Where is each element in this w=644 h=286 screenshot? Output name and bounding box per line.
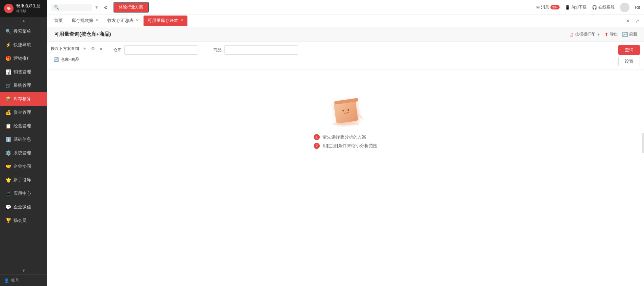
- topbar-search-dropdown[interactable]: ▼: [95, 5, 99, 10]
- filter-row: 仓库 ··· 商品 ···: [113, 45, 609, 55]
- sidebar-item-operations[interactable]: 📋 经营管理: [0, 119, 47, 133]
- app-download-button[interactable]: 📱 App下载: [565, 4, 587, 10]
- app-download-label: App下载: [571, 4, 587, 10]
- filter-fields-panel: 仓库 ··· 商品 ···: [108, 42, 614, 70]
- sidebar-item-finance[interactable]: 💰 资金管理: [0, 106, 47, 119]
- sidebar-scroll-down[interactable]: ▼: [0, 267, 47, 275]
- page-header-actions: 🖨 按模板打印 ▼ ⬆ 导出 🔄 刷新: [569, 31, 637, 37]
- topbar-gear-button[interactable]: ⚙: [101, 3, 111, 12]
- scheme-item-label: 仓库+商品: [61, 57, 79, 62]
- message-badge: 99+: [550, 5, 560, 9]
- tab-available-close[interactable]: ✕: [180, 18, 183, 23]
- chart-icon: 📊: [5, 69, 11, 75]
- tab-available[interactable]: 可用量库存账本 ✕: [144, 16, 187, 26]
- product-input[interactable]: [224, 45, 298, 55]
- user-icon: 👤: [4, 278, 9, 283]
- sidebar-scroll-up[interactable]: ▲: [0, 17, 47, 25]
- sidebar-item-label: 快捷导航: [14, 42, 31, 48]
- headset-icon: 🎧: [592, 5, 597, 10]
- tab-batch[interactable]: 库存批次账 ✕: [68, 16, 103, 26]
- scheme-item-warehouse-product[interactable]: 🔄 仓库+商品: [51, 55, 104, 64]
- star-icon: 🌟: [5, 177, 11, 183]
- sidebar-item-shortcut[interactable]: ⚡ 快捷导航: [0, 38, 47, 52]
- sidebar-bottom-label: 账号: [11, 278, 19, 283]
- print-button[interactable]: 🖨 按模板打印 ▼: [569, 31, 600, 37]
- topbar-search-box[interactable]: 🔍: [51, 4, 92, 11]
- money-icon: 💰: [5, 110, 11, 115]
- sidebar-item-basic[interactable]: ℹ️ 基础信息: [0, 133, 47, 146]
- export-button[interactable]: ⬆ 导出: [604, 31, 618, 37]
- product-field: 商品 ···: [213, 45, 308, 55]
- message-button[interactable]: ✉ 消息 99+: [536, 4, 560, 10]
- sidebar-item-wechat[interactable]: 💬 企业微信: [0, 200, 47, 214]
- warehouse-input[interactable]: [124, 45, 198, 55]
- sidebar-item-member[interactable]: 🏆 畅会员: [0, 214, 47, 227]
- tab-batch-close[interactable]: ✕: [96, 18, 99, 23]
- sidebar-item-enterprise[interactable]: 🤝 企业协同: [0, 160, 47, 173]
- scheme-item-icon: 🔄: [53, 57, 59, 62]
- print-dropdown-icon[interactable]: ▼: [597, 32, 600, 36]
- sidebar-bottom[interactable]: 👤 账号: [0, 275, 47, 286]
- tab-fullscreen-button[interactable]: ⤢: [633, 17, 641, 25]
- sidebar-item-system[interactable]: ⚙️ 系统管理: [0, 146, 47, 160]
- search-icon: 🔍: [5, 29, 11, 34]
- topbar-search-input[interactable]: [60, 5, 87, 10]
- gear-icon: ⚙️: [5, 150, 11, 156]
- sidebar-item-label: 新手引导: [14, 177, 31, 183]
- sidebar-item-marketing[interactable]: 🎁 营销推广: [0, 52, 47, 65]
- page: 可用量查询(按仓库+商品) 🖨 按模板打印 ▼ ⬆ 导出 🔄 刷新: [47, 27, 644, 286]
- hint-num-1: 1: [314, 134, 320, 140]
- sidebar-item-label: 营销推广: [14, 55, 31, 61]
- filter-schemes-header: 按以下方案查询 ＋ ⚙ «: [51, 45, 104, 52]
- empty-hint-2: 2 用[过滤]条件来缩小分析范围: [314, 143, 378, 149]
- filter-area: 按以下方案查询 ＋ ⚙ « 🔄 仓库+商品: [47, 42, 644, 70]
- sidebar-item-label: 系统管理: [14, 150, 31, 156]
- user-avatar[interactable]: [620, 3, 629, 12]
- message-label: 消息: [541, 4, 549, 10]
- warehouse-label: 仓库: [113, 47, 122, 53]
- collapse-scheme-button[interactable]: «: [98, 45, 104, 52]
- tab-close-all-button[interactable]: ✕: [624, 17, 632, 25]
- query-button[interactable]: 查询: [618, 45, 640, 55]
- content-area: 可用量查询(按仓库+商品) 🖨 按模板打印 ▼ ⬆ 导出 🔄 刷新: [47, 27, 644, 286]
- tab-summary[interactable]: 收发存汇总表 ✕: [103, 16, 143, 26]
- hint-text-2: 用[过滤]条件来缩小分析范围: [323, 143, 378, 149]
- tab-home[interactable]: 首页: [50, 16, 67, 26]
- warehouse-more-button[interactable]: ···: [201, 47, 208, 53]
- add-scheme-button[interactable]: ＋: [81, 45, 88, 52]
- filter-schemes-panel: 按以下方案查询 ＋ ⚙ « 🔄 仓库+商品: [47, 42, 108, 70]
- tab-summary-close[interactable]: ✕: [136, 18, 139, 23]
- empty-state: 1 请先选择要分析的方案 2 用[过滤]条件来缩小分析范围: [47, 70, 644, 169]
- refresh-button[interactable]: 🔄 刷新: [622, 31, 637, 37]
- export-label: 导出: [610, 31, 618, 37]
- sidebar-item-sales[interactable]: 📊 销售管理: [0, 65, 47, 79]
- scheme-actions: ＋ ⚙ «: [81, 45, 104, 52]
- sidebar: 畅 畅康通好生意 标准版 ▲ 🔍 搜索菜单 ⚡ 快捷导航 🎁 营销推广 📊 销售…: [0, 0, 47, 286]
- settings-scheme-button[interactable]: ⚙: [89, 45, 96, 52]
- right-scrollbar: [642, 133, 644, 153]
- refresh-label: 刷新: [629, 31, 637, 37]
- online-service-button[interactable]: 🎧 在线客服: [592, 4, 615, 10]
- product-label: 商品: [213, 47, 222, 53]
- sidebar-logo: 畅: [4, 4, 14, 13]
- tab-panel-actions: ✕ ⤢: [624, 17, 641, 25]
- sidebar-item-inventory[interactable]: 📦 库存核算: [0, 92, 47, 106]
- topbar-actions: ✉ 消息 99+ 📱 App下载 🎧 在线客服 Rit: [536, 3, 640, 12]
- tab-home-label: 首页: [54, 18, 63, 24]
- empty-hints: 1 请先选择要分析的方案 2 用[过滤]条件来缩小分析范围: [314, 134, 378, 149]
- sidebar-item-apps[interactable]: 📱 应用中心: [0, 187, 47, 200]
- hint-num-2: 2: [314, 143, 320, 149]
- trial-button[interactable]: 体验行业方案: [113, 2, 149, 12]
- sidebar-item-newbie[interactable]: 🌟 新手引导: [0, 173, 47, 187]
- sidebar-item-search[interactable]: 🔍 搜索菜单: [0, 25, 47, 38]
- right-eye: [347, 109, 349, 111]
- settings-button[interactable]: 设置: [618, 57, 640, 66]
- print-label: 按模板打印: [575, 31, 595, 37]
- info-icon: ℹ️: [5, 137, 11, 142]
- product-more-button[interactable]: ···: [301, 47, 308, 53]
- tab-summary-label: 收发存汇总表: [107, 18, 134, 24]
- page-title: 可用量查询(按仓库+商品): [54, 31, 111, 37]
- sidebar-item-purchase[interactable]: 🛒 采购管理: [0, 79, 47, 92]
- clipboard-icon: 📋: [5, 123, 11, 129]
- page-header: 可用量查询(按仓库+商品) 🖨 按模板打印 ▼ ⬆ 导出 🔄 刷新: [47, 27, 644, 42]
